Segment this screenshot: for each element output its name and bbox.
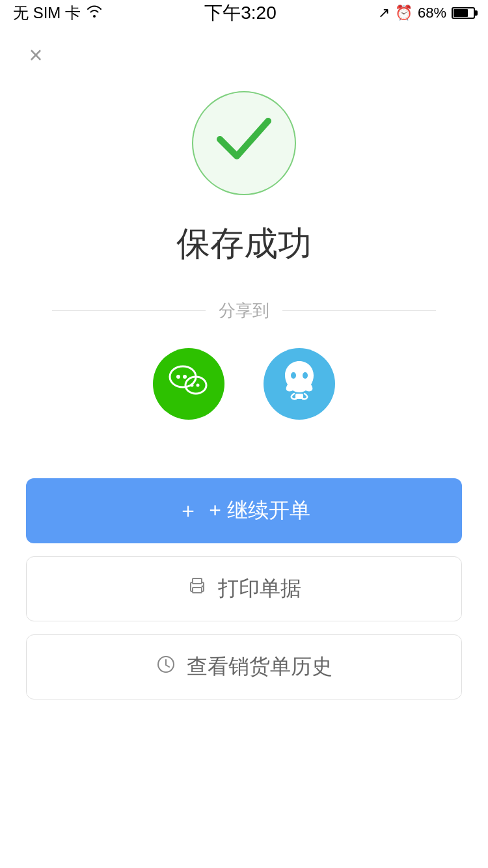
qq-icon [280, 359, 319, 409]
alarm-icon: ⏰ [395, 5, 413, 21]
share-divider: 分享到 [52, 299, 436, 322]
location-icon: ↗ [378, 5, 390, 21]
svg-rect-11 [193, 588, 202, 593]
print-icon [187, 576, 208, 602]
history-icon [156, 654, 176, 680]
battery-icon [452, 7, 475, 19]
wechat-share-button[interactable] [153, 348, 224, 420]
svg-point-1 [176, 375, 180, 379]
svg-point-12 [202, 586, 204, 588]
close-area: × [0, 26, 488, 78]
history-button[interactable]: 查看销货单历史 [26, 634, 462, 699]
actions-section: ＋ + 继续开单 打印单据 查看销货单历史 [0, 478, 488, 699]
svg-point-2 [183, 375, 187, 379]
print-label: 打印单据 [218, 575, 301, 603]
share-label: 分享到 [219, 299, 269, 322]
status-time: 下午3:20 [204, 1, 277, 25]
status-left: 无 SIM 卡 [13, 3, 103, 23]
plus-icon: ＋ [178, 496, 198, 525]
success-section: 保存成功 分享到 [0, 78, 488, 478]
wechat-icon [169, 364, 209, 404]
divider-left [52, 310, 206, 311]
svg-point-5 [197, 384, 200, 387]
history-label: 查看销货单历史 [187, 653, 332, 681]
wifi-icon [86, 4, 103, 22]
divider-right [282, 310, 436, 311]
success-title: 保存成功 [176, 221, 312, 267]
print-button[interactable]: 打印单据 [26, 556, 462, 621]
continue-order-label: + 继续开单 [209, 496, 310, 525]
svg-point-4 [191, 384, 194, 387]
close-button[interactable]: × [20, 39, 52, 72]
battery-percent: 68% [418, 5, 446, 21]
success-circle [192, 91, 296, 195]
svg-point-6 [291, 372, 296, 379]
status-right: ↗ ⏰ 68% [378, 5, 475, 21]
svg-rect-8 [295, 394, 303, 399]
check-icon [215, 116, 273, 171]
status-bar: 无 SIM 卡 下午3:20 ↗ ⏰ 68% [0, 0, 488, 26]
close-icon: × [29, 44, 42, 67]
share-section: 分享到 [26, 299, 462, 420]
share-icons [52, 348, 436, 420]
svg-rect-10 [193, 578, 202, 584]
sim-status: 无 SIM 卡 [13, 3, 81, 23]
svg-point-7 [303, 372, 308, 379]
qq-share-button[interactable] [264, 348, 335, 420]
continue-order-button[interactable]: ＋ + 继续开单 [26, 478, 462, 543]
